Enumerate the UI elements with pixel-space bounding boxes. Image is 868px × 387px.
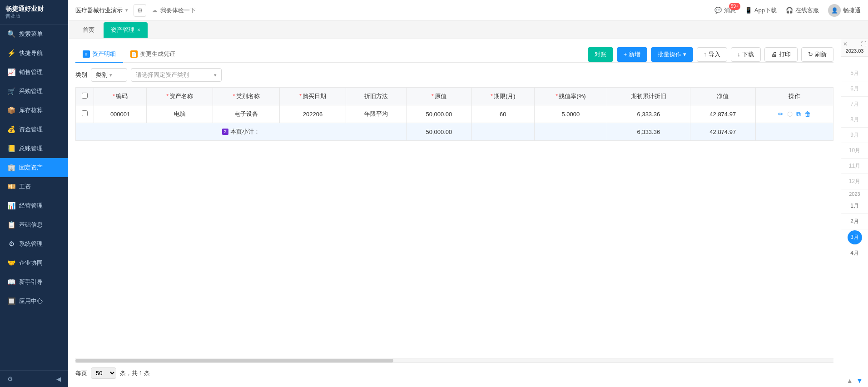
sidebar-item-purchase[interactable]: 🛒 采购管理	[0, 82, 68, 101]
company-selector[interactable]: 医疗器械行业演示 ▾	[75, 6, 128, 15]
col-net-label: 净值	[717, 93, 729, 99]
down-arrow-icon[interactable]: ▼	[857, 377, 863, 384]
month-item-apr[interactable]: 4月	[841, 246, 868, 261]
sub-tab-asset-detail-label: 资产明细	[92, 50, 116, 58]
sidebar-collapse-btn[interactable]: ◀	[56, 376, 61, 382]
month-item-12[interactable]: 12月	[841, 174, 868, 189]
topbar: 医疗器械行业演示 ▾ ⚙ ☁ 我要体验一下 💬 消息 99+ 📱 App下载 🎧…	[68, 0, 868, 21]
edit-icon[interactable]: ✏	[778, 110, 784, 118]
tab-active-label: 资产管理	[111, 26, 134, 34]
row-code: 000001	[94, 105, 147, 123]
close-icon[interactable]: ✕	[843, 41, 848, 47]
username: 畅捷通	[843, 6, 861, 15]
category-value-select[interactable]: 请选择固定资产类别 ▾	[131, 68, 222, 82]
payroll-icon: 💴	[7, 183, 15, 191]
prev-year-label: —	[841, 57, 868, 66]
sidebar-item-funds[interactable]: 💰 资金管理	[0, 120, 68, 139]
sidebar-item-search[interactable]: 🔍 搜索菜单	[0, 25, 68, 44]
chevron-down-icon: ▾	[214, 72, 217, 78]
month-item-jan[interactable]: 1月	[841, 198, 868, 214]
col-residual-rate: *残值率(%)	[534, 88, 607, 105]
app-center-icon: 🔲	[7, 297, 15, 305]
month-item-mar[interactable]: 3月	[848, 230, 862, 245]
sidebar: 畅捷通好业财 普及版 🔍 搜索菜单 ⚡ 快捷导航 📈 销售管理 🛒 采购管理 📦…	[0, 0, 68, 387]
batch-ops-btn[interactable]: 批量操作 ▾	[651, 47, 693, 62]
tab-asset-management[interactable]: 资产管理 ×	[104, 22, 148, 38]
tabs-bar: 首页 资产管理 ×	[68, 21, 868, 39]
sales-icon: 📈	[7, 68, 15, 76]
user-menu[interactable]: 👤 畅捷通	[828, 4, 861, 17]
content: 首页 资产管理 × ≡ 资产明细 📄 变更生成凭证	[68, 21, 868, 387]
app-subtitle: 普及版	[5, 13, 63, 20]
expand-icon[interactable]: ⛶	[861, 41, 866, 47]
sidebar-item-label: 快捷导航	[19, 49, 43, 57]
sidebar-item-system[interactable]: ⚙ 系统管理	[0, 234, 68, 253]
delete-icon[interactable]: 🗑	[804, 110, 811, 118]
col-original-value: *原值	[406, 88, 471, 105]
col-purchase-date-label: 购买日期	[303, 93, 326, 99]
month-item-11[interactable]: 11月	[841, 159, 868, 174]
print-btn[interactable]: 🖨 打印	[764, 47, 798, 62]
month-item-7[interactable]: 7月	[841, 97, 868, 112]
scrollbar-thumb[interactable]	[75, 359, 393, 362]
new-btn[interactable]: + 新增	[617, 47, 647, 62]
sidebar-item-quick-nav[interactable]: ⚡ 快捷导航	[0, 44, 68, 63]
refresh-btn[interactable]: ↻ 刷新	[801, 47, 833, 62]
copy-icon[interactable]: ⬡	[787, 110, 793, 118]
app-download-btn[interactable]: 📱 App下载	[745, 6, 777, 15]
month-item-10[interactable]: 10月	[841, 143, 868, 159]
messages-btn[interactable]: 💬 消息 99+	[714, 6, 736, 15]
sidebar-item-operations[interactable]: 📊 经营管理	[0, 196, 68, 215]
settings-icon[interactable]: ⚙	[7, 375, 13, 382]
sidebar-item-inventory[interactable]: 📦 库存核算	[0, 101, 68, 120]
sub-tab-change-voucher[interactable]: 📄 变更生成凭证	[123, 46, 183, 63]
tab-home[interactable]: 首页	[75, 22, 102, 38]
experience-btn[interactable]: ☁ 我要体验一下	[152, 6, 196, 15]
duplicate-icon[interactable]: ⧉	[796, 110, 801, 118]
col-checkbox	[76, 88, 94, 105]
download-icon: 📱	[745, 7, 752, 14]
topbar-settings-btn[interactable]: ⚙	[134, 4, 146, 17]
month-item-8[interactable]: 8月	[841, 112, 868, 128]
category-type-select[interactable]: 类别 ▾	[91, 68, 127, 82]
select-all-checkbox[interactable]	[82, 93, 88, 99]
quick-nav-icon: ⚡	[7, 49, 15, 57]
online-service-btn[interactable]: 🎧 在线客服	[786, 6, 819, 15]
sidebar-item-fixed-assets[interactable]: 🏢 固定资产	[0, 158, 68, 177]
sidebar-item-guide[interactable]: 📖 新手引导	[0, 273, 68, 292]
sub-tab-asset-detail[interactable]: ≡ 资产明细	[75, 46, 123, 63]
batch-ops-label: 批量操作	[658, 50, 681, 59]
month-item-feb[interactable]: 2月	[841, 214, 868, 229]
up-arrow-icon[interactable]: ▲	[847, 377, 853, 384]
import-label: 导入	[709, 50, 720, 59]
main-area: 医疗器械行业演示 ▾ ⚙ ☁ 我要体验一下 💬 消息 99+ 📱 App下载 🎧…	[68, 0, 868, 387]
sidebar-item-label: 基础信息	[19, 221, 43, 229]
sidebar-item-payroll[interactable]: 💴 工资	[0, 177, 68, 196]
sidebar-item-basic-info[interactable]: 📋 基础信息	[0, 215, 68, 234]
per-page-select[interactable]: 50 10 20 100	[91, 367, 116, 379]
reconcile-btn[interactable]: 对账	[588, 47, 613, 62]
sidebar-item-general-ledger[interactable]: 📒 总账管理	[0, 139, 68, 158]
month-item-6[interactable]: 6月	[841, 81, 868, 97]
sidebar-item-label: 资金管理	[19, 125, 43, 134]
tab-close-btn[interactable]: ×	[137, 27, 140, 33]
row-checkbox-cell	[76, 105, 94, 123]
subtotal-label-cell: Σ 本页小计：	[76, 123, 407, 141]
row-purchase-date: 202206	[279, 105, 346, 123]
row-checkbox[interactable]	[82, 110, 88, 116]
row-original-value: 50,000.00	[406, 105, 471, 123]
sidebar-item-sales[interactable]: 📈 销售管理	[0, 63, 68, 82]
action-icons: ✏ ⬡ ⧉ 🗑	[759, 110, 829, 118]
month-item-5[interactable]: 5月	[841, 66, 868, 81]
horizontal-scrollbar[interactable]	[75, 358, 833, 362]
import-btn[interactable]: ↑ 导入	[697, 47, 727, 62]
download-btn[interactable]: ↓ 下载	[731, 47, 761, 62]
col-category-label: 类别名称	[236, 93, 260, 99]
sidebar-item-enterprise[interactable]: 🤝 企业协同	[0, 253, 68, 273]
download-label: 下载	[742, 50, 754, 59]
sidebar-item-app-center[interactable]: 🔲 应用中心	[0, 292, 68, 311]
row-initial-accumulated: 6,333.36	[607, 105, 690, 123]
sidebar-item-label: 新手引导	[19, 278, 43, 286]
subtotal-accumulated: 6,333.36	[607, 123, 690, 141]
month-item-9[interactable]: 9月	[841, 128, 868, 143]
